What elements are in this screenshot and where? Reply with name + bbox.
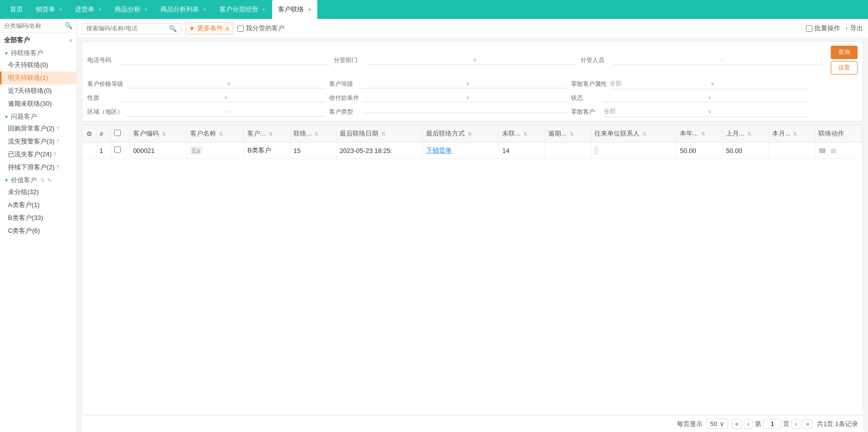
- chevron-down-icon: ∨: [711, 80, 809, 87]
- batch-op-checkbox[interactable]: [806, 25, 812, 32]
- customer-level-select[interactable]: ∨: [362, 79, 567, 88]
- sidebar-item-repurchase-abnormal[interactable]: 回购异常客户(2) ?: [0, 122, 76, 135]
- col-this-month[interactable]: 本月... ⇅: [769, 125, 815, 143]
- query-button[interactable]: 查询: [831, 46, 858, 59]
- region-select[interactable]: ···: [126, 107, 325, 117]
- sidebar-item-7days[interactable]: 近7天待联络(0): [0, 84, 76, 97]
- sidebar-item-declining[interactable]: 持续下滑客户(2) ?: [0, 161, 76, 174]
- nav-item-goods-analysis[interactable]: 商品分析 ×: [109, 0, 153, 19]
- help-icon[interactable]: ?: [56, 126, 59, 132]
- sidebar-group-value: ▼ 价值客户 ↻ ✎: [0, 174, 76, 186]
- sort-icon: ⇅: [793, 131, 797, 137]
- col-last-method[interactable]: 最后联络方式 ⇅: [423, 125, 499, 143]
- prev-page-btn[interactable]: ‹: [744, 419, 753, 429]
- chevron-down-icon: ∨: [720, 420, 724, 428]
- triangle-icon: ▼: [4, 51, 9, 56]
- data-table: ⚙ # 客户编码 ⇅ 客户名称 ⇅ 客户... ⇅ 联络... ⇅ 最后联络日期…: [82, 125, 863, 159]
- row-type: B类客户: [244, 143, 290, 159]
- sidebar-item-class-c[interactable]: C类客户(6): [0, 224, 76, 237]
- phone-input[interactable]: [120, 56, 330, 65]
- batch-op-btn[interactable]: 批量操作: [806, 24, 840, 33]
- sidebar-item-class-a[interactable]: A类客户(1): [0, 199, 76, 212]
- my-customer-checkbox[interactable]: [237, 25, 244, 32]
- next-page-btn[interactable]: ›: [792, 419, 800, 429]
- search-input[interactable]: [86, 25, 169, 32]
- sidebar-item-today[interactable]: 今天待联络(0): [0, 59, 76, 72]
- sidebar-item-churned[interactable]: 已流失客户(24) ?: [0, 148, 76, 161]
- customer-type-select[interactable]: [362, 111, 567, 113]
- all-customers-header[interactable]: 全部客户 «: [0, 33, 76, 47]
- action-phone-icon[interactable]: ☎: [818, 147, 826, 154]
- chevron-down-icon: ∨: [708, 108, 809, 115]
- filter-region: 区域（地区） ···: [87, 107, 325, 117]
- filter-payment: 收付款条件 ∨: [329, 93, 567, 102]
- col-code[interactable]: 客户编码 ⇅: [130, 125, 187, 143]
- close-icon[interactable]: ×: [203, 6, 206, 12]
- nav-item-customer-tier[interactable]: 客户分层经营 ×: [214, 0, 271, 19]
- page-input[interactable]: [763, 419, 781, 429]
- dept-select[interactable]: ∨: [366, 56, 576, 65]
- help-icon[interactable]: ?: [56, 139, 59, 144]
- retail-customer-select[interactable]: 全部 ∨: [604, 106, 809, 117]
- close-icon[interactable]: ×: [59, 6, 62, 12]
- settings-button[interactable]: 设置: [831, 61, 858, 74]
- export-btn[interactable]: ↑ 导出: [845, 24, 864, 33]
- row-select-checkbox[interactable]: [114, 146, 121, 153]
- action-grid-icon[interactable]: ⊞: [831, 147, 836, 154]
- payment-select[interactable]: ∨: [362, 93, 567, 102]
- refresh-icon[interactable]: ↻: [41, 177, 45, 184]
- my-customer-checkbox-area[interactable]: 我分管的客户: [237, 24, 285, 33]
- sidebar-search-input[interactable]: [4, 22, 65, 29]
- col-contact[interactable]: 联络... ⇅: [290, 125, 337, 143]
- close-icon[interactable]: ×: [262, 6, 265, 12]
- nav-item-purchase[interactable]: 进货单 ×: [69, 0, 107, 19]
- col-last-month[interactable]: 上月... ⇅: [723, 125, 769, 143]
- gear-column[interactable]: ⚙: [82, 125, 96, 143]
- sidebar-item-overdue[interactable]: 逾期未联络(30): [0, 97, 76, 110]
- content-area: 🔍 ▼ 更多条件 ∧ 我分管的客户 批量操作 ↑ 导出: [77, 19, 868, 432]
- help-icon[interactable]: ?: [56, 164, 59, 170]
- col-unit-contact[interactable]: 往来单位联系人 ⇅: [591, 125, 677, 143]
- row-index: 1: [96, 143, 111, 159]
- sidebar-item-tomorrow[interactable]: 明天待联络(1): [0, 72, 76, 84]
- select-all-checkbox[interactable]: [114, 130, 121, 136]
- col-last-date[interactable]: 最后联络日期 ⇅: [336, 125, 423, 143]
- nav-item-customer-contact[interactable]: 客户联络 ×: [272, 0, 317, 19]
- help-icon[interactable]: ?: [53, 151, 56, 157]
- close-icon[interactable]: ×: [308, 6, 311, 12]
- page-navigation: « ‹ 第 页 › »: [732, 419, 813, 429]
- retail-attr-select[interactable]: 全部 ∨: [610, 78, 809, 89]
- search-icon[interactable]: 🔍: [169, 25, 177, 32]
- filter-dept: 分管部门 ∨: [334, 56, 576, 65]
- close-icon[interactable]: ×: [98, 6, 101, 12]
- manager-select[interactable]: ···: [613, 56, 823, 65]
- status-select[interactable]: ∨: [604, 93, 809, 102]
- chevron-down-icon: ∨: [466, 80, 568, 87]
- nav-item-home[interactable]: 首页: [4, 0, 29, 19]
- col-this-year[interactable]: 本年... ⇅: [677, 125, 723, 143]
- col-name[interactable]: 客户名称 ⇅: [187, 125, 244, 143]
- col-type[interactable]: 客户... ⇅: [244, 125, 290, 143]
- close-icon[interactable]: ×: [145, 6, 147, 12]
- first-page-btn[interactable]: «: [732, 419, 742, 429]
- price-level-select[interactable]: ∨: [126, 79, 325, 88]
- edit-icon[interactable]: ✎: [47, 177, 52, 184]
- collapse-icon[interactable]: «: [69, 37, 72, 44]
- sort-icon: ⇅: [747, 131, 751, 137]
- row-unit-contact: [591, 143, 677, 159]
- filter-row-4: 区域（地区） ··· 客户类型 零散客户 全部 ∨: [87, 106, 858, 117]
- sidebar-item-ungrouped[interactable]: 未分组(32): [0, 186, 76, 199]
- nature-select[interactable]: ∨: [120, 93, 325, 102]
- row-no-contact: 14: [499, 143, 545, 159]
- col-no-contact[interactable]: 未联... ⇅: [499, 125, 545, 143]
- sidebar-item-class-b[interactable]: B类客户(33): [0, 212, 76, 224]
- last-contact-method-link[interactable]: 下销货单: [426, 146, 452, 154]
- last-page-btn[interactable]: »: [802, 419, 813, 429]
- filter-more-btn[interactable]: ▼ 更多条件 ∧: [185, 22, 233, 35]
- nav-item-goods-analysis-list[interactable]: 商品分析列表 ×: [154, 0, 212, 19]
- sidebar-item-churn-warning[interactable]: 流失预警客户(3) ?: [0, 135, 76, 148]
- col-overdue[interactable]: 逾期... ⇅: [545, 125, 591, 143]
- page-size-select[interactable]: 50 ∨: [707, 419, 727, 429]
- nav-item-sales[interactable]: 销货单 ×: [30, 0, 68, 19]
- search-icon[interactable]: 🔍: [65, 22, 72, 29]
